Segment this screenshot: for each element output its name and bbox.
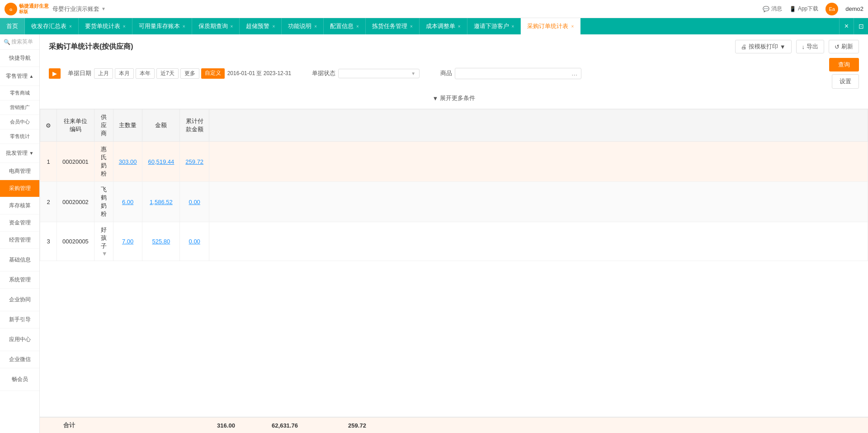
print-label: 按模板打印	[749, 43, 778, 51]
sidebar-item-membercard-label: 畅会员	[12, 376, 28, 383]
sidebar-item-retail[interactable]: 零售管理 ▲	[0, 67, 39, 86]
goods-input-more-icon[interactable]: ...	[571, 69, 577, 77]
sidebar-item-retailshop[interactable]: 零售商城	[0, 86, 39, 100]
nav-tab-gongNengShuoMing[interactable]: 功能说明 ×	[282, 18, 324, 34]
goods-filter-label: 商品	[440, 69, 452, 77]
goods-input[interactable]	[455, 68, 581, 79]
close-tab-chengBenTiaoZheng[interactable]: ×	[458, 24, 461, 29]
sidebar-item-newguide[interactable]: 新手引导	[0, 311, 39, 328]
nav-tab-chengBenTiaoZheng[interactable]: 成本调整单 ×	[420, 18, 467, 34]
row3-amount[interactable]: 525.80	[142, 222, 180, 261]
row2-no: 2	[40, 182, 57, 222]
nav-tab-yaoQingXiaYouKeHu[interactable]: 邀请下游客户 ×	[467, 18, 521, 34]
row3-expand-icon[interactable]: ▼	[102, 250, 108, 257]
footer-amount: 62,631.76	[253, 422, 316, 429]
row2-supplier: 飞鹤奶粉	[94, 182, 113, 222]
row2-code: 00020002	[57, 182, 94, 222]
sidebar-item-wholesale-label: 批发管理	[6, 149, 28, 157]
sidebar-item-enterprise-coop[interactable]: 企业协同	[0, 289, 39, 311]
close-tab-chaoChuYuJing[interactable]: ×	[272, 24, 275, 29]
sidebar-item-basic[interactable]: 基础信息	[0, 249, 39, 271]
sidebar-item-system[interactable]: 系统管理	[0, 271, 39, 289]
row2-amount[interactable]: 1,586.52	[142, 182, 180, 222]
nav-tab-baoxianQiChaxun[interactable]: 保质期查询 ×	[192, 18, 240, 34]
sidebar-item-mktpromo[interactable]: 营销推广	[0, 100, 39, 115]
row1-paid[interactable]: 259.72	[180, 142, 209, 182]
col-header-extra	[209, 109, 868, 142]
sidebar-item-quicknav[interactable]: 快捷导航	[0, 50, 39, 67]
date-btn-more[interactable]: 更多	[180, 68, 199, 79]
date-btn-7days[interactable]: 近7天	[156, 68, 179, 79]
download-icon: 📱	[789, 6, 796, 12]
message-btn[interactable]: 💬 消息	[763, 5, 782, 13]
close-tab-gongNengShuoMing[interactable]: ×	[314, 24, 317, 29]
query-btn[interactable]: 查询	[829, 58, 859, 71]
row1-qty[interactable]: 303.00	[113, 142, 142, 182]
nav-tab-yaohuoDanTJ[interactable]: 要货单统计表 ×	[79, 18, 132, 34]
sidebar-item-appcenter[interactable]: 应用中心	[0, 328, 39, 351]
sidebar-item-wholesale[interactable]: 批发管理 ▼	[0, 144, 39, 163]
nav-tab-caigouDanTJ[interactable]: 采购订单统计表 ×	[521, 18, 580, 34]
sidebar-item-finance-label: 资金管理	[9, 219, 31, 227]
nav-tab-home[interactable]: 首页	[0, 18, 25, 34]
sidebar-item-membercard[interactable]: 畅会员	[0, 368, 39, 391]
row2-qty[interactable]: 6.00	[113, 182, 142, 222]
expand-more-conditions-btn[interactable]: ▼ 展开更多条件	[427, 92, 481, 104]
row1-amount[interactable]: 60,519.44	[142, 142, 180, 182]
close-tab-yaoQingXiaYouKeHu[interactable]: ×	[512, 24, 514, 29]
svg-text:G: G	[9, 8, 12, 12]
close-tab-peiZhiXinXi[interactable]: ×	[356, 24, 359, 29]
row3-qty[interactable]: 7.00	[113, 222, 142, 261]
sidebar-item-finance[interactable]: 资金管理	[0, 214, 39, 232]
export-btn[interactable]: ↓ 导出	[796, 40, 825, 53]
status-select[interactable]: ▼	[338, 69, 420, 78]
row3-paid[interactable]: 0.00	[180, 222, 209, 261]
logo-text: 畅捷通好生意 标版	[19, 3, 49, 14]
user-name[interactable]: demo2	[845, 5, 863, 12]
nav-maximize-btn[interactable]: ⊡	[854, 18, 868, 34]
sidebar-item-operation[interactable]: 经营管理	[0, 232, 39, 249]
sidebar-item-search[interactable]: 🔍 搜索英单	[0, 34, 39, 50]
settings-btn[interactable]: 设置	[832, 74, 859, 89]
close-tab-keyongLiangKu[interactable]: ×	[183, 24, 185, 29]
date-custom-tag[interactable]: 自定义	[201, 68, 225, 79]
date-filter-label: 单据日期	[68, 69, 91, 77]
expand-label: 展开更多条件	[440, 94, 475, 102]
sidebar-item-inventory[interactable]: 库存核算	[0, 197, 39, 214]
date-btn-this-month[interactable]: 本月	[115, 68, 134, 79]
settings-col-icon: ⚙	[46, 122, 51, 129]
sidebar-item-member[interactable]: 会员中心	[0, 115, 39, 129]
print-btn[interactable]: 🖨 按模板打印 ▼	[735, 40, 792, 53]
close-tab-baoxianQiChaxun[interactable]: ×	[231, 24, 233, 29]
close-tab-shoufaHuizong[interactable]: ×	[69, 24, 72, 29]
nav-tab-shoufaHuizong[interactable]: 收发存汇总表 ×	[25, 18, 79, 34]
export-label: 导出	[807, 43, 818, 51]
nav-tab-paiHuoRenwuGL[interactable]: 拣货任务管理 ×	[366, 18, 420, 34]
nav-close-all-btn[interactable]: ×	[839, 18, 854, 34]
sidebar-item-enterprise-wechat[interactable]: 企业微信	[0, 351, 39, 368]
sidebar-item-retailstats[interactable]: 零售统计	[0, 129, 39, 144]
close-tab-paiHuoRenwuGL[interactable]: ×	[410, 24, 413, 29]
close-tab-caigouDanTJ[interactable]: ×	[571, 24, 574, 29]
row2-paid[interactable]: 0.00	[180, 182, 209, 222]
print-icon: 🖨	[741, 43, 747, 50]
date-btn-last-month[interactable]: 上月	[94, 68, 113, 79]
sidebar-item-purchase[interactable]: 采购管理	[0, 180, 39, 197]
nav-tab-peiZhiXinXi[interactable]: 配置信息 ×	[324, 18, 366, 34]
footer-paid: 259.72	[316, 422, 398, 429]
sidebar: 🔍 搜索英单 快捷导航 零售管理 ▲ 零售商城 营销推广 会员中心 零售统计 批…	[0, 34, 40, 433]
sidebar-item-ecommerce[interactable]: 电商管理	[0, 163, 39, 180]
nav-tab-keyongLiangKu[interactable]: 可用量库存账本 ×	[132, 18, 192, 34]
collapse-filter-btn[interactable]: ▶	[49, 68, 61, 79]
status-filter-label: 单据状态	[312, 69, 335, 77]
refresh-btn[interactable]: ↺ 刷新	[829, 40, 859, 53]
sidebar-retail-arrow-icon: ▲	[29, 74, 34, 79]
workspace-name: 母婴行业演示账套	[52, 5, 99, 13]
nav-tab-chaoChuYuJing[interactable]: 超储预警 ×	[240, 18, 282, 34]
col-header-settings[interactable]: ⚙	[40, 109, 57, 142]
date-btn-this-year[interactable]: 本年	[136, 68, 155, 79]
close-tab-yaohuoDanTJ[interactable]: ×	[123, 24, 126, 29]
table-header-row: ⚙ 往来单位编码 供应商 主数量 金额 累计付款金额	[40, 109, 868, 142]
app-download-btn[interactable]: 📱 App下载	[789, 5, 818, 13]
workspace-selector[interactable]: 母婴行业演示账套 ▼	[52, 5, 106, 13]
